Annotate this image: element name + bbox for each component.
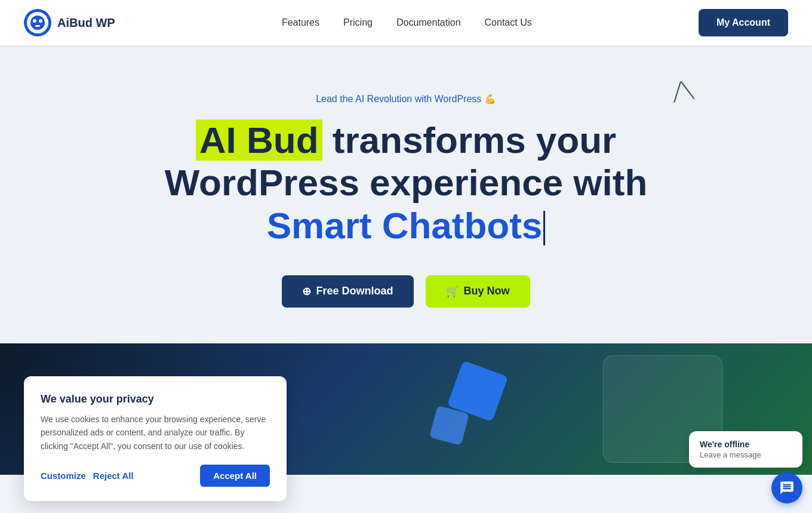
wordpress-icon: ⊕ — [302, 285, 311, 298]
nav-links: Features Pricing Documentation Contact U… — [282, 17, 532, 28]
hero-title-highlight: AI Bud transforms your — [196, 119, 616, 161]
deco-lines-icon: ╱╲ — [670, 79, 694, 102]
svg-rect-5 — [35, 25, 40, 27]
buy-now-label: Buy Now — [464, 285, 510, 297]
logo-icon — [24, 9, 51, 36]
cookie-text: We use cookies to enhance your browsing … — [41, 413, 270, 453]
navbar: AiBud WP Features Pricing Documentation … — [0, 0, 812, 45]
cookie-title: We value your privacy — [41, 393, 270, 406]
my-account-button[interactable]: My Account — [699, 9, 788, 36]
free-download-label: Free Download — [316, 285, 393, 297]
logo-text: AiBud WP — [57, 16, 115, 30]
svg-point-2 — [30, 16, 45, 30]
free-download-button[interactable]: ⊕ Free Download — [282, 275, 413, 308]
accept-all-button[interactable]: Accept All — [200, 465, 270, 487]
customize-button[interactable]: Customize — [41, 471, 86, 481]
hero-buttons: ⊕ Free Download 🛒 Buy Now — [12, 275, 800, 308]
chat-offline-bubble: We're offline Leave a message — [689, 431, 802, 468]
chat-offline-label: We're offline — [700, 440, 792, 449]
buy-now-button[interactable]: 🛒 Buy Now — [426, 275, 530, 308]
chat-leave-message: Leave a message — [700, 450, 792, 459]
chat-icon — [779, 480, 795, 496]
svg-point-3 — [33, 19, 36, 23]
cart-icon: 🛒 — [446, 285, 459, 298]
cursor-blink — [543, 211, 545, 245]
chat-widget: We're offline Leave a message — [689, 431, 802, 503]
reject-all-button[interactable]: Reject All — [93, 471, 134, 481]
cookie-banner: We value your privacy We use cookies to … — [24, 376, 287, 501]
nav-pricing[interactable]: Pricing — [343, 17, 373, 28]
svg-point-4 — [39, 19, 42, 23]
nav-features[interactable]: Features — [282, 17, 319, 28]
cookie-actions: Customize Reject All Accept All — [41, 465, 270, 487]
nav-documentation[interactable]: Documentation — [396, 17, 461, 28]
logo[interactable]: AiBud WP — [24, 9, 115, 36]
hero-title-line2: WordPress experience with — [165, 162, 648, 203]
hero-section: ╱╲ Lead the AI Revolution with WordPress… — [0, 45, 812, 343]
hero-highlight-text: AI Bud — [196, 119, 322, 161]
hero-title: AI Bud transforms your WordPress experie… — [161, 119, 651, 247]
nav-contact[interactable]: Contact Us — [485, 17, 532, 28]
chat-open-button[interactable] — [771, 472, 802, 503]
hero-smart-chatbots: Smart Chatbots — [267, 204, 546, 247]
